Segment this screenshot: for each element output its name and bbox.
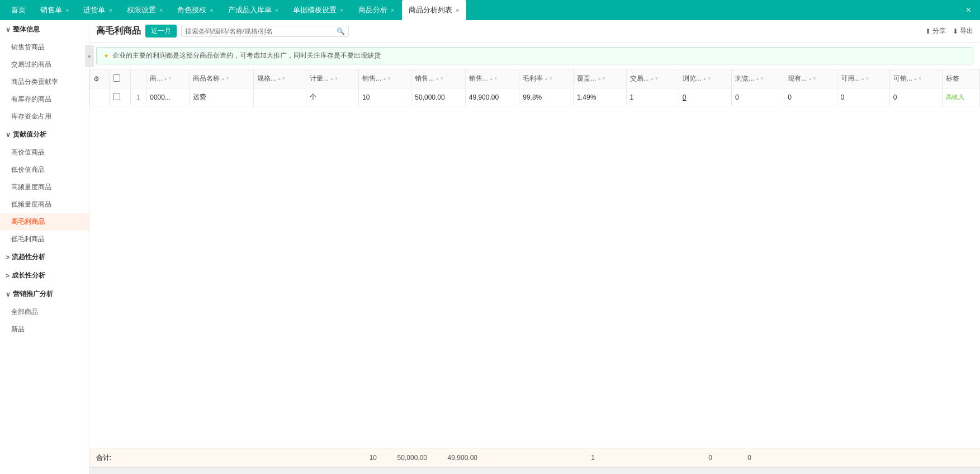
footer-cell: 10: [341, 453, 380, 463]
sort-icon-coverage[interactable]: ▲▼: [597, 76, 606, 81]
sidebar-group-growth-analysis[interactable]: >成长性分析: [0, 266, 89, 285]
footer-cell: [121, 453, 138, 463]
nav-close-template-settings[interactable]: ×: [340, 7, 343, 13]
col-header-margin_rate[interactable]: 毛利率▲▼: [519, 69, 574, 88]
arrow-icon: ∨: [6, 26, 11, 34]
sidebar-item-high-value[interactable]: 高价值商品: [0, 144, 89, 161]
sidebar-item-low-freq[interactable]: 低频量度商品: [0, 196, 89, 213]
nav-close-sales-order[interactable]: ×: [65, 7, 69, 13]
sort-icon-name[interactable]: ▲▼: [221, 76, 230, 81]
nav-close-purchase-order[interactable]: ×: [108, 7, 112, 13]
col-header-transaction[interactable]: 交易...▲▼: [626, 69, 679, 88]
col-header-coverage[interactable]: 覆盖...▲▼: [574, 69, 626, 88]
cell-tag: 高收入: [942, 88, 979, 106]
header-actions: ⬆ 分享 ⬇ 导出: [925, 26, 973, 36]
sidebar-item-traded-goods[interactable]: 交易过的商品: [0, 56, 89, 73]
bottom-scrollbar[interactable]: [89, 467, 980, 474]
nav-close-product-analysis[interactable]: ×: [391, 7, 394, 13]
footer-cell: [598, 453, 637, 463]
sidebar-item-new-goods[interactable]: 新品: [0, 321, 89, 338]
cell-sales_qty: 10: [359, 88, 411, 106]
search-box: 🔍: [181, 26, 349, 37]
col-header-sales_qty[interactable]: 销售...▲▼: [359, 69, 411, 88]
period-button[interactable]: 近一月: [145, 25, 177, 37]
sidebar-item-sales-goods[interactable]: 销售货商品: [0, 39, 89, 56]
col-header-code[interactable]: 商...▲▼: [146, 69, 190, 88]
nav-close-permission-settings[interactable]: ×: [159, 7, 163, 13]
search-icon: 🔍: [337, 27, 345, 35]
col-header-sales_amount[interactable]: 销售...▲▼: [411, 69, 465, 88]
sidebar-item-high-freq[interactable]: 高频量度商品: [0, 179, 89, 196]
cell-available_stock: 0: [837, 88, 889, 106]
nav-item-sales-order[interactable]: 销售单×: [34, 0, 75, 20]
sort-icon-sales_qty[interactable]: ▲▼: [382, 76, 391, 81]
sidebar-group-wealth-analysis[interactable]: ∨贡献值分析: [0, 125, 89, 144]
cell-checkbox: [109, 88, 130, 106]
nav-item-template-settings[interactable]: 单据模板设置×: [286, 0, 350, 20]
col-header-sales_cost[interactable]: 销售...▲▼: [465, 69, 519, 88]
sort-icon-available_stock[interactable]: ▲▼: [861, 76, 870, 81]
col-header-current_stock[interactable]: 现有...▲▼: [784, 69, 837, 88]
sort-icon-current_stock[interactable]: ▲▼: [808, 76, 817, 81]
sort-icon-sales_cost[interactable]: ▲▼: [489, 76, 498, 81]
nav-item-product-analysis-list[interactable]: 商品分析列表×: [402, 0, 466, 20]
share-button[interactable]: ⬆ 分享: [925, 26, 946, 36]
sidebar-item-capital-occupation[interactable]: 库存资金占用: [0, 108, 89, 125]
sidebar-item-high-margin[interactable]: 高毛利商品: [0, 213, 89, 231]
col-header-browse2[interactable]: 浏览...▲▼: [732, 69, 784, 88]
sidebar-group-label-growth-analysis: 成长性分析: [12, 271, 45, 280]
nav-close-product-analysis-list[interactable]: ×: [456, 7, 459, 13]
select-all-checkbox[interactable]: [113, 74, 120, 82]
nav-item-product-analysis[interactable]: 商品分析×: [352, 0, 401, 20]
sidebar-collapse-button[interactable]: «: [85, 45, 94, 67]
col-header-unit[interactable]: 计量...▲▼: [306, 69, 358, 88]
col-header-browse1[interactable]: 浏览...▲▼: [679, 69, 731, 88]
footer-cell: 50,000.00: [380, 453, 430, 463]
nav-close-role-permission[interactable]: ×: [210, 7, 213, 13]
arrow-icon: ∨: [6, 290, 11, 298]
footer-cell: [138, 453, 151, 463]
cell-browse1[interactable]: 0: [679, 88, 731, 106]
data-table-wrapper: ⚙商...▲▼商品名称▲▼规格...▲▼计量...▲▼销售...▲▼销售...▲…: [89, 69, 980, 448]
row-checkbox[interactable]: [113, 93, 120, 100]
sort-icon-margin_rate[interactable]: ▲▼: [544, 76, 553, 81]
sort-icon-sales_amount[interactable]: ▲▼: [435, 76, 444, 81]
sidebar-item-goods-contribution[interactable]: 商品分类贡献率: [0, 73, 89, 91]
sort-icon-browse2[interactable]: ▲▼: [755, 76, 764, 81]
top-nav: 首页销售单×进货单×权限设置×角色授权×产成品入库单×单据模板设置×商品分析×商…: [0, 0, 980, 20]
sidebar-item-low-margin[interactable]: 低毛利商品: [0, 231, 89, 248]
sidebar-item-stocked-goods[interactable]: 有库存的商品: [0, 91, 89, 108]
nav-item-home[interactable]: 首页: [4, 0, 32, 20]
sidebar-group-overall-info[interactable]: ∨整体信息: [0, 20, 89, 39]
settings-icon[interactable]: ⚙: [93, 75, 100, 83]
sidebar-item-all-goods[interactable]: 全部商品: [0, 303, 89, 321]
sidebar-item-low-value[interactable]: 低价值商品: [0, 161, 89, 179]
col-header-sellable_stock[interactable]: 可销...▲▼: [889, 69, 942, 88]
window-close-button[interactable]: ×: [962, 5, 976, 15]
footer-cell: 1: [559, 453, 598, 463]
col-header-available_stock[interactable]: 可用...▲▼: [837, 69, 889, 88]
export-button[interactable]: ⬇ 导出: [953, 26, 973, 36]
sidebar-group-trend-analysis[interactable]: >流趋性分析: [0, 248, 89, 266]
col-header-spec[interactable]: 规格...▲▼: [253, 69, 306, 88]
sort-icon-transaction[interactable]: ▲▼: [650, 76, 659, 81]
sort-icon-code[interactable]: ▲▼: [163, 76, 172, 81]
footer-cell: [151, 453, 168, 463]
nav-item-product-entry[interactable]: 产成品入库单×: [221, 0, 285, 20]
cell-code: 0000...: [146, 88, 190, 106]
sort-icon-spec[interactable]: ▲▼: [277, 76, 286, 81]
footer-cell: [307, 453, 341, 463]
sidebar-group-marketing-analysis[interactable]: ∨营销推广分析: [0, 285, 89, 303]
sort-icon-sellable_stock[interactable]: ▲▼: [913, 76, 922, 81]
footer-cell: 0: [676, 453, 716, 463]
col-header-name[interactable]: 商品名称▲▼: [190, 69, 254, 88]
cell-current_stock: 0: [784, 88, 837, 106]
nav-item-role-permission[interactable]: 角色授权×: [171, 0, 220, 20]
search-input[interactable]: [185, 27, 334, 35]
nav-item-purchase-order[interactable]: 进货单×: [77, 0, 119, 20]
nav-item-permission-settings[interactable]: 权限设置×: [120, 0, 169, 20]
footer-cell: [520, 453, 559, 463]
sort-icon-browse1[interactable]: ▲▼: [703, 76, 712, 81]
nav-close-product-entry[interactable]: ×: [275, 7, 278, 13]
sort-icon-unit[interactable]: ▲▼: [330, 76, 339, 81]
